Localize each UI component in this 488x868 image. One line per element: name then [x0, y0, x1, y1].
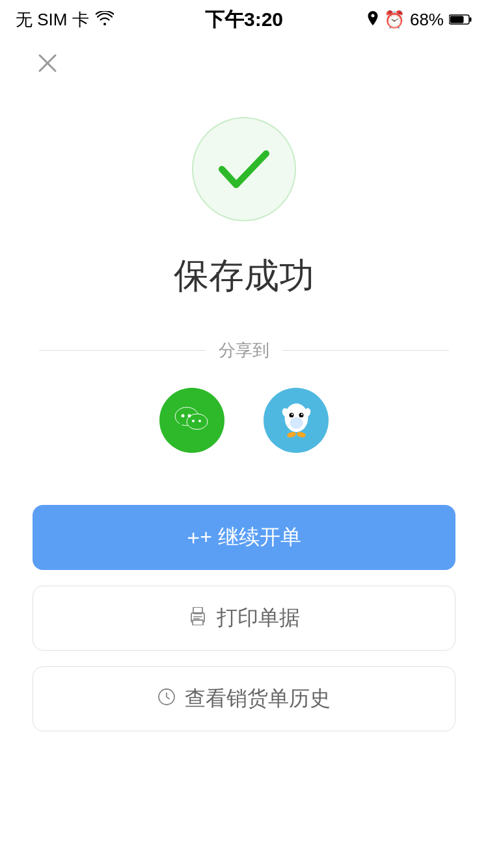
svg-point-16	[301, 414, 302, 415]
svg-point-14	[299, 413, 303, 418]
status-right: ⏰ 68%	[367, 10, 472, 30]
svg-rect-3	[450, 16, 464, 23]
alarm-icon: ⏰	[384, 10, 405, 30]
svg-point-8	[182, 414, 185, 418]
qq-share-button[interactable]	[264, 388, 329, 453]
svg-point-0	[371, 14, 374, 17]
history-icon	[157, 687, 176, 711]
location-icon	[367, 10, 379, 30]
history-label: 查看销货单历史	[185, 685, 331, 713]
close-button[interactable]	[31, 47, 64, 79]
status-time: 下午3:20	[205, 7, 283, 33]
svg-point-17	[290, 417, 303, 429]
wechat-share-button[interactable]	[159, 388, 224, 453]
share-label: 分享到	[206, 339, 282, 362]
svg-point-20	[286, 431, 297, 438]
divider-row: 分享到	[0, 339, 488, 362]
svg-rect-2	[470, 17, 472, 21]
divider-left	[39, 350, 206, 351]
status-bar: 无 SIM 卡 下午3:20 ⏰ 68%	[0, 0, 488, 39]
svg-point-11	[198, 420, 201, 422]
status-left: 无 SIM 卡	[16, 8, 114, 31]
svg-rect-23	[193, 616, 202, 617]
svg-point-10	[192, 420, 195, 422]
share-icons-row	[159, 388, 329, 453]
main-content: 保存成功 分享到	[0, 39, 488, 731]
svg-point-13	[289, 413, 293, 418]
print-button[interactable]: 打印单据	[33, 586, 455, 651]
action-buttons: + + 继续开单 打印单据	[0, 505, 488, 731]
battery-label: 68%	[410, 10, 444, 30]
wifi-icon	[96, 10, 114, 30]
continue-order-button[interactable]: + + 继续开单	[33, 505, 455, 570]
battery-icon	[449, 10, 472, 30]
no-sim-label: 无 SIM 卡	[16, 8, 89, 31]
svg-point-21	[296, 431, 306, 438]
print-icon	[188, 606, 208, 631]
svg-point-15	[291, 414, 292, 415]
svg-point-9	[188, 414, 191, 418]
success-icon-circle	[192, 117, 296, 221]
success-title: 保存成功	[174, 252, 314, 300]
share-section: 分享到	[0, 339, 488, 453]
svg-rect-26	[193, 620, 203, 625]
divider-right	[282, 350, 449, 351]
svg-rect-24	[193, 618, 200, 619]
continue-label: + 继续开单	[200, 523, 301, 552]
history-button[interactable]: 查看销货单历史	[33, 666, 455, 731]
print-label: 打印单据	[217, 604, 300, 632]
plus-icon: +	[187, 525, 200, 550]
